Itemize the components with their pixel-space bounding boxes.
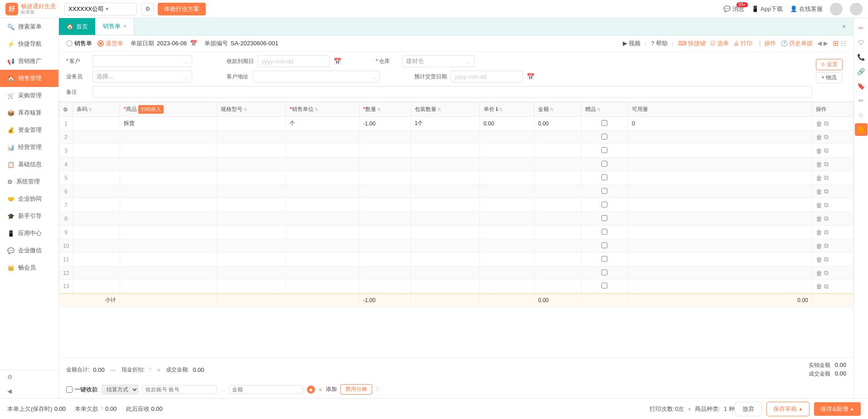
customer-addr-input[interactable]: ...	[253, 71, 380, 82]
sidebar-item-enterprise[interactable]: 🤝 企业协同	[0, 190, 58, 207]
row-spec[interactable]	[217, 158, 286, 171]
row-gift[interactable]	[581, 130, 628, 144]
trial-button[interactable]: 体验行业方案	[158, 3, 206, 15]
delete-row-btn[interactable]: 🗑	[816, 134, 822, 141]
row-qty[interactable]	[359, 171, 411, 185]
add-payment-btn[interactable]: ●	[307, 385, 315, 394]
calendar-icon[interactable]: 📅	[190, 40, 197, 47]
row-unit[interactable]	[286, 158, 359, 171]
sidebar-item-marketing[interactable]: 📢 营销推广	[0, 53, 58, 70]
row-spec[interactable]	[217, 144, 286, 158]
row-qty[interactable]	[359, 226, 411, 239]
row-amount[interactable]	[534, 185, 581, 198]
row-price[interactable]	[480, 198, 534, 212]
row-spec[interactable]	[217, 198, 286, 212]
row-pack-qty[interactable]	[411, 253, 480, 266]
copy-row-btn[interactable]: ⧉	[824, 133, 829, 141]
copy-row-btn[interactable]: ⧉	[824, 147, 829, 154]
row-barcode[interactable]	[73, 158, 120, 171]
row-barcode[interactable]	[73, 253, 120, 266]
help-btn[interactable]: ? 帮助	[651, 39, 667, 48]
close-window-icon[interactable]: ×	[839, 23, 850, 31]
row-pack-qty[interactable]	[411, 185, 480, 198]
row-unit[interactable]	[286, 253, 359, 266]
row-qty[interactable]	[359, 130, 411, 144]
copy-row-btn[interactable]: ⧉	[824, 201, 829, 209]
row-price[interactable]	[480, 226, 534, 239]
logistics-button[interactable]: + 物流	[816, 72, 843, 83]
row-product[interactable]	[120, 185, 217, 198]
row-spec[interactable]	[217, 117, 286, 130]
row-product[interactable]	[120, 171, 217, 185]
row-barcode[interactable]	[73, 226, 120, 239]
delete-row-btn[interactable]: 🗑	[816, 256, 822, 263]
select-order-btn[interactable]: ☑ 选单	[710, 39, 729, 48]
tab-sales-order[interactable]: 销售单 ×	[96, 18, 134, 35]
row-price[interactable]	[480, 266, 534, 280]
sidebar-item-guide[interactable]: 🎓 新手引导	[0, 207, 58, 225]
row-unit[interactable]	[286, 212, 359, 226]
company-selector[interactable]: XXXXXX公司 ▾	[64, 3, 137, 15]
warehouse-input[interactable]: 建材仓 ...	[402, 55, 475, 67]
row-pack-qty[interactable]	[411, 280, 480, 294]
row-product[interactable]	[120, 239, 217, 253]
sidebar-item-wechat[interactable]: 💬 企业微信	[0, 242, 58, 259]
row-spec[interactable]	[217, 280, 286, 294]
setting-button[interactable]: ⊙ 设置	[816, 59, 843, 70]
row-unit[interactable]	[286, 185, 359, 198]
delete-row-btn[interactable]: 🗑	[816, 283, 822, 290]
row-qty[interactable]	[359, 212, 411, 226]
row-spec[interactable]	[217, 185, 286, 198]
row-barcode[interactable]	[73, 117, 120, 130]
row-barcode[interactable]	[73, 144, 120, 158]
row-barcode[interactable]	[73, 198, 120, 212]
history-btn[interactable]: 🕐 历史单据	[781, 39, 813, 48]
radio-return[interactable]: 退货单	[97, 39, 123, 48]
row-price[interactable]	[480, 144, 534, 158]
row-price[interactable]	[480, 280, 534, 294]
row-amount[interactable]	[534, 198, 581, 212]
copy-row-btn[interactable]: ⧉	[824, 188, 829, 195]
row-qty[interactable]	[359, 253, 411, 266]
copy-row-btn[interactable]: ⧉	[824, 228, 829, 236]
row-unit[interactable]	[286, 130, 359, 144]
copy-row-btn[interactable]: ⧉	[824, 255, 829, 263]
delete-row-btn[interactable]: 🗑	[816, 242, 822, 250]
row-spec[interactable]	[217, 266, 286, 280]
row-gift[interactable]	[581, 266, 628, 280]
delete-row-btn[interactable]: 🗑	[816, 120, 822, 127]
payment-method-select[interactable]: 结算方式	[102, 385, 139, 395]
delete-row-btn[interactable]: 🗑	[816, 215, 822, 222]
row-gift[interactable]	[581, 158, 628, 171]
shortcut-btn[interactable]: ⌨ 快捷键	[678, 39, 706, 48]
sidebar-item-search[interactable]: 🔍 搜索菜单	[0, 18, 58, 35]
row-qty[interactable]	[359, 158, 411, 171]
note-input[interactable]	[92, 86, 812, 98]
row-product[interactable]	[120, 253, 217, 266]
row-unit[interactable]	[286, 171, 359, 185]
row-spec[interactable]	[217, 171, 286, 185]
row-pack-qty[interactable]	[411, 171, 480, 185]
row-qty[interactable]	[359, 144, 411, 158]
row-amount[interactable]	[534, 280, 581, 294]
settings-icon-btn[interactable]: ⚙	[141, 3, 154, 15]
row-amount[interactable]	[534, 226, 581, 239]
row-unit[interactable]	[286, 239, 359, 253]
col-settings[interactable]: ⚙	[59, 102, 73, 117]
message-btn[interactable]: 💬 消息 99+	[723, 5, 744, 13]
sidebar-item-finance[interactable]: 💰 资金管理	[0, 121, 58, 139]
row-product[interactable]	[120, 280, 217, 294]
row-qty[interactable]	[359, 280, 411, 294]
row-pack-qty[interactable]	[411, 198, 480, 212]
sidebar-item-member[interactable]: 👑 畅会员	[0, 259, 58, 276]
due-date-calendar-icon[interactable]: 📅	[334, 58, 341, 65]
delete-row-btn[interactable]: 🗑	[816, 147, 822, 154]
row-amount[interactable]	[534, 158, 581, 171]
row-amount[interactable]	[534, 253, 581, 266]
radio-sales[interactable]: 销售单	[66, 39, 92, 48]
print-btn[interactable]: 🖨 打印	[733, 39, 752, 48]
row-pack-qty[interactable]	[411, 212, 480, 226]
expected-date-input[interactable]: yyyy-mm-dd	[451, 71, 523, 82]
abandon-button[interactable]: 放弃	[735, 402, 762, 416]
row-barcode[interactable]	[73, 185, 120, 198]
